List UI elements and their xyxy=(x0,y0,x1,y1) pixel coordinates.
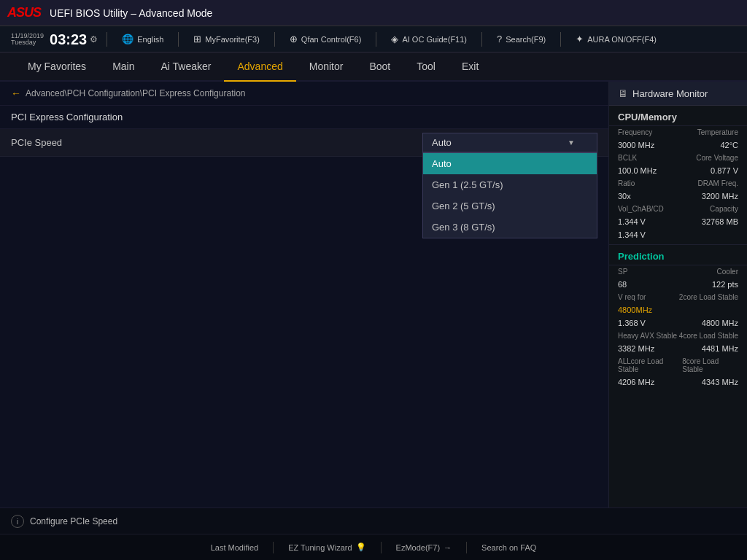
dram-freq-value: 3200 MHz xyxy=(702,192,738,201)
allcore-value: 4206 MHz xyxy=(618,378,654,386)
hw-vreq-twocore-labels: V req for 2core Load Stable xyxy=(609,291,747,303)
back-icon[interactable]: ← xyxy=(11,88,21,99)
header-bar: ASUS UEFI BIOS Utility – Advanced Mode xyxy=(0,0,747,26)
hw-ratio-dramfreq-labels: Ratio DRAM Freq. xyxy=(609,177,747,190)
hw-bclk-corevolt-labels: BCLK Core Voltage xyxy=(609,152,747,164)
right-panel: 🖥 Hardware Monitor CPU/Memory Frequency … xyxy=(608,82,747,508)
hw-freq-temp-values: 3000 MHz 42°C xyxy=(609,139,747,152)
footer-ez-tuning[interactable]: EZ Tuning Wizard 💡 xyxy=(274,542,380,552)
topbar-english-label: English xyxy=(137,35,163,44)
ez-tuning-label: EZ Tuning Wizard xyxy=(288,543,352,552)
hw-ratio-dramfreq-values: 30x 3200 MHz xyxy=(609,190,747,203)
hw-sp-cooler-values: 68 122 pts xyxy=(609,278,747,291)
grid-icon: ⊞ xyxy=(193,34,201,44)
bottom-bar: Last Modified EZ Tuning Wizard 💡 EzMode(… xyxy=(0,534,747,560)
arrow-icon: → xyxy=(444,543,452,552)
nav-exit[interactable]: Exit xyxy=(449,52,492,81)
divider-4 xyxy=(376,32,376,47)
allcore-label: ALLcore Load Stable xyxy=(618,357,682,373)
dropdown-option-gen2[interactable]: Gen 2 (5 GT/s) xyxy=(423,195,597,217)
pcie-speed-label: PCIe Speed xyxy=(11,137,422,148)
status-bar: i Configure PCIe Speed xyxy=(0,508,747,534)
heavy-avx-label: Heavy AVX Stable xyxy=(618,332,677,340)
pcie-speed-dropdown[interactable]: Auto ▼ Auto Gen 1 (2.5 GT/s) Gen 2 (5 GT… xyxy=(422,133,597,152)
cooler-value: 122 pts xyxy=(712,280,738,289)
divider-2 xyxy=(178,32,179,47)
info-icon: i xyxy=(11,515,24,528)
footer-ez-mode[interactable]: EzMode(F7) → xyxy=(382,543,467,552)
status-text: Configure PCIe Speed xyxy=(30,516,117,526)
monitor-icon: 🖥 xyxy=(618,88,628,99)
divider-6 xyxy=(560,32,561,47)
frequency-value: 3000 MHz xyxy=(618,141,654,149)
hw-sp-cooler-labels: SP Cooler xyxy=(609,265,747,278)
time-display: 03:23 ⚙ xyxy=(50,32,98,47)
ez-mode-label: EzMode(F7) xyxy=(396,543,441,552)
nav-boot[interactable]: Boot xyxy=(356,52,403,81)
nav-ai-tweaker[interactable]: Ai Tweaker xyxy=(147,52,224,81)
selected-text: Auto xyxy=(432,137,452,148)
hw-allcore-eightcore-labels: ALLcore Load Stable 8core Load Stable xyxy=(609,355,747,376)
sp-value: 68 xyxy=(618,280,627,289)
nav-monitor[interactable]: Monitor xyxy=(296,52,357,81)
nav-main[interactable]: Main xyxy=(99,52,147,81)
topbar-myfavorite[interactable]: ⊞ MyFavorite(F3) xyxy=(187,34,266,44)
nav-tool[interactable]: Tool xyxy=(403,52,449,81)
temperature-label: Temperature xyxy=(697,128,738,136)
main-content: ← Advanced\PCH Configuration\PCI Express… xyxy=(0,82,747,508)
dropdown-option-gen3[interactable]: Gen 3 (8 GT/s) xyxy=(423,217,597,238)
bulb-icon: 💡 xyxy=(356,542,366,552)
bclk-value: 100.0 MHz xyxy=(618,166,657,175)
dropdown-option-gen1[interactable]: Gen 1 (2.5 GT/s) xyxy=(423,174,597,195)
hw-volchab-capacity-values: 1.344 V 32768 MB xyxy=(609,215,747,228)
bclk-label: BCLK xyxy=(618,154,637,162)
footer-search-faq[interactable]: Search on FAQ xyxy=(467,543,551,552)
hw-monitor-title-text: Hardware Monitor xyxy=(632,88,708,99)
divider-1 xyxy=(107,32,107,47)
core-voltage-value: 0.877 V xyxy=(711,166,738,175)
topbar-search[interactable]: ? Search(F9) xyxy=(491,34,551,44)
topbar-qfan[interactable]: ⊕ Qfan Control(F6) xyxy=(284,34,368,44)
header-title: UEFI BIOS Utility – Advanced Mode xyxy=(50,7,212,19)
settings-icon[interactable]: ⚙ xyxy=(90,34,98,44)
sp-label: SP xyxy=(618,268,627,276)
topbar-qfan-label: Qfan Control(F6) xyxy=(301,35,362,44)
topbar-myfavorite-label: MyFavorite(F3) xyxy=(205,35,260,44)
hw-heavyavx-fourcore-labels: Heavy AVX Stable 4core Load Stable xyxy=(609,330,747,342)
heavy-avx-value: 3382 MHz xyxy=(618,344,654,353)
topbar-aura-label: AURA ON/OFF(F4) xyxy=(587,35,657,44)
topbar-aura[interactable]: ✦ AURA ON/OFF(F4) xyxy=(570,34,662,44)
prediction-title: Prediction xyxy=(609,244,747,265)
fan-icon: ⊕ xyxy=(290,34,298,44)
core-voltage-label: Core Voltage xyxy=(696,154,738,162)
nav-my-favorites[interactable]: My Favorites xyxy=(15,52,99,81)
footer-last-modified[interactable]: Last Modified xyxy=(196,543,273,552)
topbar-aioc-label: AI OC Guide(F11) xyxy=(402,35,467,44)
asus-logo: ASUS xyxy=(7,5,41,20)
topbar-english[interactable]: 🌐 English xyxy=(116,34,169,44)
eightcore-label: 8core Load Stable xyxy=(682,357,738,373)
time-text: 03:23 xyxy=(50,32,87,47)
nav-advanced[interactable]: Advanced xyxy=(224,52,295,82)
question-icon: ? xyxy=(497,34,502,44)
hw-bclk-corevolt-values: 100.0 MHz 0.877 V xyxy=(609,164,747,177)
divider-5 xyxy=(481,32,482,47)
dropdown-option-auto[interactable]: Auto xyxy=(423,153,597,174)
dropdown-selected-value[interactable]: Auto ▼ xyxy=(422,133,597,152)
pcie-speed-row: PCIe Speed Auto ▼ Auto Gen 1 (2.5 GT/s) … xyxy=(0,129,608,157)
divider-3 xyxy=(274,32,275,47)
v-req-value: 1.368 V xyxy=(618,319,646,327)
vol-chab-value: 1.344 V xyxy=(618,217,646,226)
cooler-label: Cooler xyxy=(717,268,738,276)
twocore-label: 2core Load Stable xyxy=(679,293,738,301)
frequency-label: Frequency xyxy=(618,128,652,136)
globe-icon: 🌐 xyxy=(122,34,133,44)
twocore-value: 4800 MHz xyxy=(702,319,738,327)
v-req-highlight: 4800MHz xyxy=(618,306,652,314)
aura-icon: ✦ xyxy=(576,34,584,44)
topbar-aioc[interactable]: ◈ AI OC Guide(F11) xyxy=(385,34,473,44)
cpu-memory-title: CPU/Memory xyxy=(609,106,747,126)
dropdown-menu: Auto Gen 1 (2.5 GT/s) Gen 2 (5 GT/s) Gen… xyxy=(422,152,597,238)
hw-monitor-title: 🖥 Hardware Monitor xyxy=(609,82,747,106)
vol-chab-label: Vol_ChAB/CD xyxy=(618,205,664,213)
